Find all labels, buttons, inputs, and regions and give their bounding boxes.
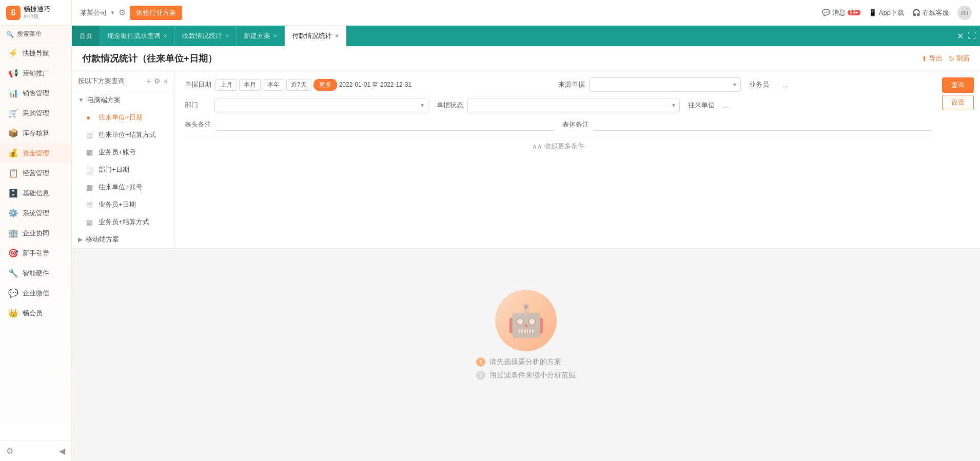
scheme-item-staff-date[interactable]: ▦ 业务员+日期 — [72, 196, 174, 213]
scheme-grid-icon-2: ▦ — [86, 148, 94, 156]
tab-new-plan-close[interactable]: × — [273, 32, 277, 39]
mobile-category[interactable]: ▶ 移动端方案 — [72, 231, 174, 248]
user-avatar[interactable]: Rit — [957, 6, 972, 20]
basic-icon: 🗄️ — [8, 188, 18, 198]
tab-expand-icon[interactable]: ⛶ — [968, 31, 976, 41]
sidebar-item-purchase[interactable]: 🛒 采购管理 — [0, 103, 71, 123]
header-settings-icon[interactable]: ⚙ — [119, 8, 126, 17]
page-content: 付款情况统计（往来单位+日期） ⬆ 导出 ↻ 刷新 按以下方案查询 + — [72, 46, 980, 461]
sidebar-item-wechat[interactable]: 💬 企业微信 — [0, 283, 71, 303]
category-expand-icon: ▼ — [78, 96, 84, 104]
tab-home[interactable]: 首页 — [72, 26, 100, 46]
footer-settings-icon[interactable]: ⚙ — [6, 446, 13, 456]
header-note-input[interactable] — [215, 118, 554, 131]
tab-new-plan[interactable]: 新建方案 × — [237, 26, 285, 46]
empty-icon: 🤖 — [507, 303, 545, 339]
desktop-category-label: 电脑端方案 — [87, 95, 121, 105]
collapse-button[interactable]: ∧∧ 收起更多条件 — [532, 142, 584, 151]
sidebar-item-label: 智能硬件 — [23, 269, 49, 278]
sidebar-item-vip[interactable]: 👑 畅会员 — [0, 303, 71, 323]
purchase-icon: 🛒 — [8, 108, 18, 118]
date-btn-this-month[interactable]: 本月 — [239, 79, 261, 91]
header-right: 💬 消息 99+ 📱 App下载 🎧 在线客服 Rit — [822, 6, 972, 20]
date-label: 单据日期 — [185, 80, 211, 89]
sidebar-item-finance[interactable]: 💰 资金管理 — [0, 143, 71, 163]
download-icon: 📱 — [869, 9, 877, 16]
guide-icon: 🎯 — [8, 248, 18, 258]
tab-close-all-icon[interactable]: ✕ — [957, 31, 964, 41]
partner-label: 往来单位 — [688, 101, 715, 110]
scheme-item-dept-date[interactable]: ▦ 部门+日期 — [72, 161, 174, 178]
scheme-collapse-icon[interactable]: « — [164, 77, 168, 85]
date-btn-last-month[interactable]: 上月 — [215, 79, 237, 91]
company-dropdown-icon[interactable]: ▾ — [111, 9, 114, 16]
staff-more-icon[interactable]: ... — [779, 81, 793, 89]
scheme-item-staff-settlement[interactable]: ▦ 业务员+结算方式 — [72, 213, 174, 231]
date-btn-7days[interactable]: 近7天 — [286, 79, 311, 91]
sidebar-item-system[interactable]: ⚙️ 系统管理 — [0, 203, 71, 223]
sidebar-item-label: 销售管理 — [23, 89, 49, 98]
sidebar-nav: ⚡ 快捷导航 📢 营销推广 📊 销售管理 🛒 采购管理 📦 库存核算 💰 资金管… — [0, 43, 71, 440]
export-button[interactable]: ⬆ 导出 — [922, 54, 943, 63]
scheme-item-staff-account[interactable]: ▦ 业务员+账号 — [72, 144, 174, 161]
status-select[interactable]: ▾ — [467, 98, 680, 112]
service-action[interactable]: 🎧 在线客服 — [912, 8, 949, 17]
scheme-item-unit-account[interactable]: ▤ 往来单位+账号 — [72, 178, 174, 196]
settings-button[interactable]: 设置 — [942, 95, 974, 110]
filter-collapse-area: ∧∧ 收起更多条件 — [185, 137, 932, 153]
scheme-item-unit-settlement[interactable]: ▦ 往来单位+结算方式 — [72, 126, 174, 144]
tab-payment-close[interactable]: × — [335, 32, 339, 39]
hardware-icon: 🔧 — [8, 268, 18, 278]
tab-bar: 首页 现金银行流水查询 × 收款情况统计 × 新建方案 × 付款情况统计 × ✕… — [72, 26, 980, 46]
refresh-button[interactable]: ↻ 刷新 — [949, 54, 970, 63]
body-note-input[interactable] — [593, 118, 932, 131]
scheme-item-unit-date[interactable]: ● 往来单位+日期 — [72, 109, 174, 126]
tab-bank-close[interactable]: × — [164, 32, 167, 39]
source-select[interactable]: ▾ — [589, 77, 741, 92]
sidebar-item-operation[interactable]: 📋 经营管理 — [0, 163, 71, 183]
avatar-text: Rit — [961, 10, 968, 16]
sidebar-item-enterprise[interactable]: 🏢 企业协同 — [0, 223, 71, 243]
sidebar-search[interactable]: 🔍 搜索菜单 — [0, 26, 71, 43]
sidebar-item-guide[interactable]: 🎯 新手引导 — [0, 243, 71, 263]
scheme-settings-icon[interactable]: ⚙ — [154, 77, 161, 85]
scheme-add-icon[interactable]: + — [147, 77, 151, 85]
scheme-list: ● 往来单位+日期 ▦ 往来单位+结算方式 ▦ 业务员+账号 ▦ 部门+日期 — [72, 109, 174, 231]
sidebar-item-inventory[interactable]: 📦 库存核算 — [0, 123, 71, 143]
sidebar-item-marketing[interactable]: 📢 营销推广 — [0, 63, 71, 83]
scheme-item-label: 业务员+日期 — [99, 200, 136, 209]
enterprise-icon: 🏢 — [8, 228, 18, 238]
tab-receipts-close[interactable]: × — [225, 32, 229, 39]
inventory-icon: 📦 — [8, 128, 18, 138]
source-label: 来源单据 — [558, 80, 585, 89]
partner-more-icon[interactable]: ... — [719, 102, 733, 109]
trial-button[interactable]: 体验行业方案 — [130, 6, 182, 20]
empty-illustration: 🤖 — [495, 290, 557, 351]
desktop-category[interactable]: ▼ 电脑端方案 — [72, 91, 174, 109]
date-btn-more[interactable]: 更多 — [313, 79, 337, 91]
header-note-label: 表头备注 — [185, 120, 211, 129]
download-action[interactable]: 📱 App下载 — [869, 8, 904, 17]
tab-receipts[interactable]: 收款情况统计 × — [175, 26, 237, 46]
dept-select[interactable]: ▾ — [214, 98, 428, 112]
date-btn-this-year[interactable]: 本年 — [263, 79, 284, 91]
sidebar-item-basic[interactable]: 🗄️ 基础信息 — [0, 183, 71, 203]
page-header-actions: ⬆ 导出 ↻ 刷新 — [922, 54, 970, 63]
sidebar-item-label: 新手引导 — [23, 249, 49, 258]
sidebar-item-sales[interactable]: 📊 销售管理 — [0, 83, 71, 103]
sidebar-item-quick-nav[interactable]: ⚡ 快捷导航 — [0, 43, 71, 63]
footer-collapse-icon[interactable]: ◀ — [59, 446, 65, 456]
sales-icon: 📊 — [8, 88, 18, 98]
sidebar-item-hardware[interactable]: 🔧 智能硬件 — [0, 263, 71, 283]
query-button[interactable]: 查询 — [942, 77, 974, 93]
header-left: 某某公司 ▾ ⚙ 体验行业方案 — [80, 6, 182, 20]
filter-form: 单据日期 上月 本月 本年 近7天 更多 2022-01-01 至 2022-1… — [174, 71, 942, 248]
tab-bank[interactable]: 现金银行流水查询 × — [100, 26, 175, 46]
status-select-arrow: ▾ — [672, 102, 675, 109]
message-icon: 💬 — [822, 9, 830, 16]
filter-right: 单据日期 上月 本月 本年 近7天 更多 2022-01-01 至 2022-1… — [174, 71, 942, 248]
tab-payment[interactable]: 付款情况统计 × — [285, 26, 346, 46]
notifications-action[interactable]: 💬 消息 99+ — [822, 8, 860, 17]
tab-spacer — [346, 26, 953, 46]
service-label: 在线客服 — [923, 8, 949, 17]
